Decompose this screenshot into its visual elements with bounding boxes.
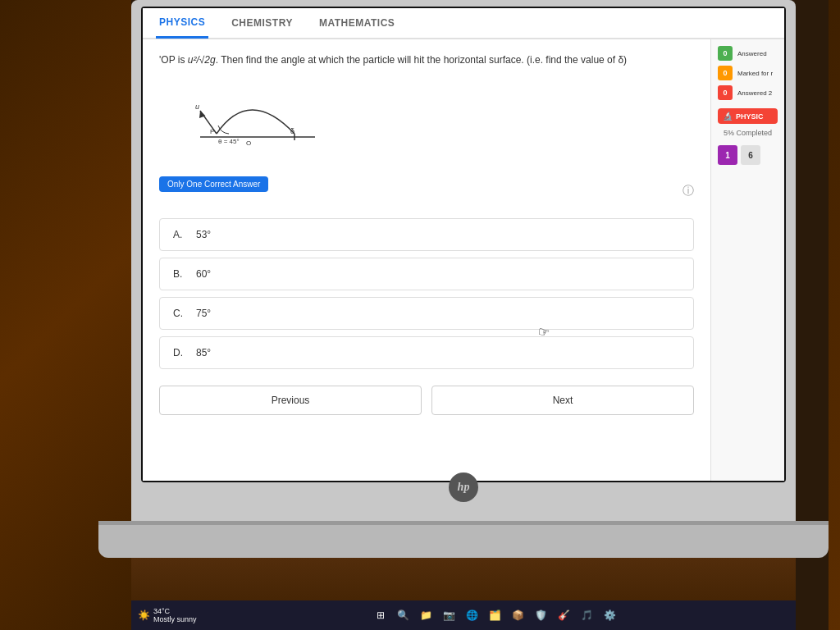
app-icon-4[interactable]: 🎵 bbox=[578, 606, 596, 624]
answered-stat: 0 Answered bbox=[718, 46, 778, 61]
answered2-count: 0 bbox=[718, 85, 733, 100]
folder-icon[interactable]: 🗂️ bbox=[486, 606, 504, 624]
marked-label: Marked for r bbox=[737, 70, 773, 77]
answered-label: Answered bbox=[737, 50, 767, 57]
answered2-stat: 0 Answered 2 bbox=[718, 85, 778, 100]
option-c-label: C. bbox=[173, 308, 186, 319]
nav-mathematics[interactable]: MATHEMATICS bbox=[316, 9, 398, 37]
question-text: 'OP is u²/√2g. Then find the angle at wh… bbox=[159, 52, 694, 68]
weather-temp: 34°C bbox=[153, 607, 197, 615]
q-num-6[interactable]: 6 bbox=[741, 145, 760, 165]
app-icon-1[interactable]: 📦 bbox=[509, 606, 527, 624]
answered-count: 0 bbox=[718, 46, 733, 61]
option-b-value: 60° bbox=[196, 268, 211, 280]
diagram-container: u P O θ = 45° δ bbox=[176, 78, 694, 163]
options-container: A. 53° B. 60° C. 75° D. bbox=[159, 218, 694, 369]
option-b[interactable]: B. 60° bbox=[159, 258, 694, 290]
laptop-shell: PHYSICS CHEMISTRY MATHEMATICS 'OP is u²/… bbox=[131, 0, 796, 541]
camera-icon[interactable]: 📷 bbox=[441, 606, 459, 624]
subject-label: PHYSIC bbox=[736, 112, 764, 121]
subject-badge: 🔬 PHYSIC bbox=[718, 108, 778, 124]
app-icon-2[interactable]: 🛡️ bbox=[532, 606, 550, 624]
app-icon-5[interactable]: ⚙️ bbox=[601, 606, 619, 624]
option-c[interactable]: C. 75° bbox=[159, 297, 694, 330]
info-icon[interactable]: ⓘ bbox=[682, 184, 694, 199]
search-icon[interactable]: 🔍 bbox=[395, 606, 413, 624]
option-d-label: D. bbox=[173, 347, 186, 358]
laptop-base: hp bbox=[98, 525, 829, 558]
right-sidebar: 0 Answered 0 Marked for r 0 Answered 2 🔬… bbox=[710, 39, 784, 481]
option-c-value: 75° bbox=[196, 308, 211, 319]
nav-chemistry[interactable]: CHEMISTRY bbox=[228, 9, 296, 37]
weather-desc: Mostly sunny bbox=[153, 615, 197, 623]
progress-text: 5% Completed bbox=[718, 129, 778, 137]
file-explorer-icon[interactable]: 📁 bbox=[418, 606, 436, 624]
answer-type-badge[interactable]: Only One Correct Answer bbox=[159, 176, 268, 192]
taskbar-center: ⊞ 🔍 📁 📷 🌐 🗂️ 📦 🛡️ 🎸 🎵 ⚙️ bbox=[202, 606, 789, 624]
screen-bezel: PHYSICS CHEMISTRY MATHEMATICS 'OP is u²/… bbox=[141, 7, 786, 482]
screen-content: PHYSICS CHEMISTRY MATHEMATICS 'OP is u²/… bbox=[143, 8, 784, 481]
app-icon-3[interactable]: 🎸 bbox=[555, 606, 573, 624]
option-d-value: 85° bbox=[196, 347, 211, 358]
previous-button[interactable]: Previous bbox=[159, 386, 422, 415]
question-numbers: 1 6 bbox=[718, 145, 778, 165]
option-a-value: 53° bbox=[196, 229, 211, 240]
option-a[interactable]: A. 53° bbox=[159, 218, 694, 251]
svg-text:θ = 45°: θ = 45° bbox=[218, 138, 240, 145]
next-button[interactable]: Next bbox=[431, 386, 694, 415]
option-d[interactable]: D. 85° bbox=[159, 336, 694, 369]
taskbar: ☀️ 34°C Mostly sunny ⊞ 🔍 📁 📷 🌐 🗂️ 📦 🛡️ 🎸… bbox=[131, 600, 796, 630]
marked-stat: 0 Marked for r bbox=[718, 66, 778, 80]
windows-icon[interactable]: ⊞ bbox=[372, 606, 390, 624]
question-area: 'OP is u²/√2g. Then find the angle at wh… bbox=[143, 39, 710, 481]
nav-buttons: Previous Next bbox=[159, 386, 694, 415]
svg-text:u: u bbox=[195, 103, 199, 111]
option-a-label: A. bbox=[173, 229, 186, 240]
answered2-label: Answered 2 bbox=[737, 89, 772, 97]
marked-count: 0 bbox=[718, 66, 733, 80]
q-num-1[interactable]: 1 bbox=[718, 145, 737, 165]
weather-info: ☀️ 34°C Mostly sunny bbox=[138, 607, 197, 623]
weather-icon: ☀️ bbox=[138, 609, 150, 621]
navigation-bar: PHYSICS CHEMISTRY MATHEMATICS bbox=[143, 8, 784, 39]
projectile-diagram: u P O θ = 45° δ bbox=[176, 78, 323, 160]
desk-right bbox=[829, 0, 840, 630]
hp-logo: hp bbox=[449, 472, 478, 502]
svg-text:O: O bbox=[246, 139, 251, 147]
option-b-label: B. bbox=[173, 268, 186, 280]
browser-icon[interactable]: 🌐 bbox=[463, 606, 482, 624]
main-content: 'OP is u²/√2g. Then find the angle at wh… bbox=[143, 39, 784, 481]
nav-physics[interactable]: PHYSICS bbox=[156, 8, 208, 39]
svg-text:P: P bbox=[210, 128, 214, 135]
